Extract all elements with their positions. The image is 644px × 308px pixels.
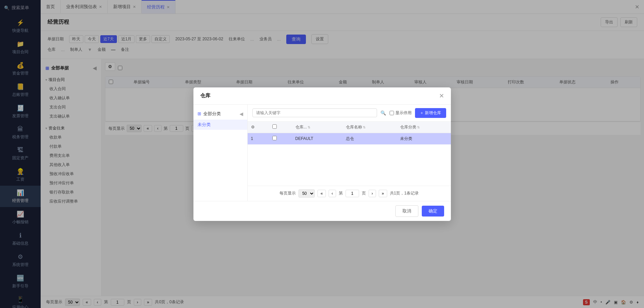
modal-close-icon[interactable]: ✕ <box>439 92 444 100</box>
modal-search-icon-btn[interactable]: 🔍 <box>380 110 386 116</box>
row-num: 1 <box>248 133 269 144</box>
modal-select-all[interactable] <box>272 124 277 129</box>
modal-per-page-label: 每页显示 <box>279 190 296 196</box>
modal-overlay: 仓库 ✕ ⊞ 全部分类 ◀ 未分类 🔍 <box>0 0 644 308</box>
modal-table-header: ⚙ 仓库...⇅ 仓库名称⇅ 仓库分类⇅ <box>248 122 451 133</box>
modal-table-wrapper: ⚙ 仓库...⇅ 仓库名称⇅ 仓库分类⇅ 1 DEFAULT <box>248 122 451 186</box>
modal-search-input[interactable] <box>252 108 377 117</box>
modal-tree-all[interactable]: ⊞ 全部分类 ◀ <box>193 108 247 120</box>
show-disabled-text: 显示停用 <box>395 110 412 116</box>
row-code: DEFAULT <box>292 133 343 144</box>
warehouse-modal: 仓库 ✕ ⊞ 全部分类 ◀ 未分类 🔍 <box>193 87 451 221</box>
modal-page-prev-btn[interactable]: ‹ <box>329 190 336 197</box>
modal-footer: 取消 确定 <box>193 201 451 221</box>
col-select <box>269 122 292 133</box>
modal-page-label: 第 <box>339 190 343 196</box>
cancel-button[interactable]: 取消 <box>395 205 418 217</box>
show-disabled-label[interactable]: 显示停用 <box>390 110 412 116</box>
modal-right: 🔍 显示停用 ＋ 新增仓库 ⚙ 仓库...⇅ <box>248 105 451 201</box>
show-disabled-checkbox[interactable] <box>390 111 394 115</box>
col-gear: ⚙ <box>248 122 269 133</box>
modal-page-unit: 页 <box>362 190 366 196</box>
tree-scroll-area <box>193 130 247 198</box>
modal-page-size-select[interactable]: 50 <box>298 189 315 198</box>
tree-collapse-icon[interactable]: ◀ <box>240 111 243 117</box>
confirm-button[interactable]: 确定 <box>422 206 444 217</box>
col-warehouse-code: 仓库...⇅ <box>292 122 343 133</box>
modal-title: 仓库 <box>200 93 210 99</box>
tree-unclassified-item[interactable]: 未分类 <box>193 120 247 130</box>
row-name: 总仓 <box>342 133 397 144</box>
modal-header: 仓库 ✕ <box>193 87 451 105</box>
modal-toolbar: 🔍 显示停用 ＋ 新增仓库 <box>248 105 451 122</box>
modal-page-num-input[interactable] <box>346 190 359 197</box>
row-select-checkbox[interactable] <box>272 136 277 140</box>
modal-page-last-btn[interactable]: » <box>379 190 387 197</box>
table-row[interactable]: 1 DEFAULT 总仓 未分类 <box>248 133 451 144</box>
modal-body: ⊞ 全部分类 ◀ 未分类 🔍 显示停用 <box>193 105 451 201</box>
row-checkbox[interactable] <box>269 133 292 144</box>
add-warehouse-button[interactable]: ＋ 新增仓库 <box>415 108 446 118</box>
modal-total: 共1页，1条记录 <box>390 190 419 196</box>
modal-tree: ⊞ 全部分类 ◀ 未分类 <box>193 105 248 201</box>
row-category: 未分类 <box>397 133 451 144</box>
tree-unclassified-label: 未分类 <box>198 122 211 127</box>
tree-all-label: 全部分类 <box>203 111 221 117</box>
modal-table: ⚙ 仓库...⇅ 仓库名称⇅ 仓库分类⇅ 1 DEFAULT <box>248 122 451 145</box>
col-warehouse-category: 仓库分类⇅ <box>397 122 451 133</box>
tree-grid-icon: ⊞ <box>198 111 201 116</box>
modal-page-next-btn[interactable]: › <box>369 190 376 197</box>
modal-pagination: 每页显示 50 « ‹ 第 页 › » 共1页，1条记录 <box>248 186 451 201</box>
modal-page-first-btn[interactable]: « <box>317 190 326 197</box>
col-warehouse-name: 仓库名称⇅ <box>342 122 397 133</box>
